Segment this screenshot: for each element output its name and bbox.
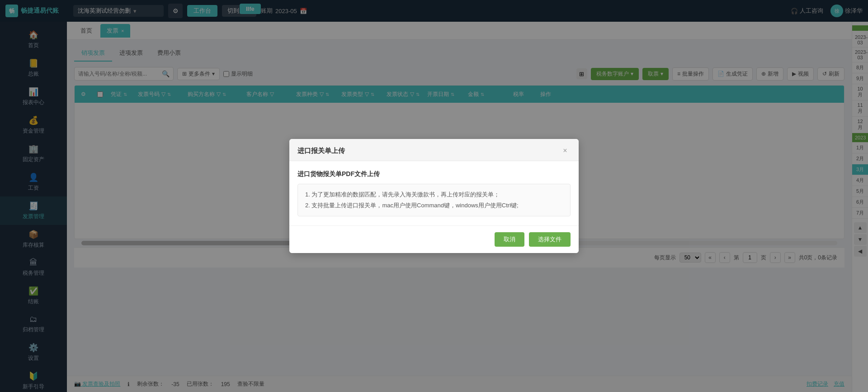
info-item-1-text: 1. 为了更加精准的数据匹配，请先录入海关缴款书，再上传对应的报关单； [305, 191, 500, 199]
modal-info-box: 1. 为了更加精准的数据匹配，请先录入海关缴款书，再上传对应的报关单； 2. 支… [297, 184, 571, 216]
close-icon: × [563, 147, 567, 155]
modal-cancel-button[interactable]: 取消 [495, 232, 524, 247]
modal-section-title: 进口货物报关单PDF文件上传 [297, 170, 571, 178]
modal-overlay: 进口报关单上传 × 进口货物报关单PDF文件上传 1. 为了更加精准的数据匹配，… [0, 0, 868, 392]
modal-footer: 取消 选择文件 [289, 225, 579, 253]
modal-title: 进口报关单上传 [297, 147, 345, 155]
import-manifest-modal: 进口报关单上传 × 进口货物报关单PDF文件上传 1. 为了更加精准的数据匹配，… [289, 139, 579, 253]
modal-info-item-1: 1. 为了更加精准的数据匹配，请先录入海关缴款书，再上传对应的报关单； [305, 191, 563, 199]
modal-close-button[interactable]: × [560, 145, 571, 156]
modal-body: 进口货物报关单PDF文件上传 1. 为了更加精准的数据匹配，请先录入海关缴款书，… [289, 161, 579, 225]
modal-info-item-2: 2. 支持批量上传进口报关单，mac用户使用Command键，windows用户… [305, 201, 563, 210]
select-file-button[interactable]: 选择文件 [529, 232, 571, 247]
info-item-2-text: 2. 支持批量上传进口报关单，mac用户使用Command键，windows用户… [305, 201, 519, 210]
modal-header: 进口报关单上传 × [289, 139, 579, 161]
